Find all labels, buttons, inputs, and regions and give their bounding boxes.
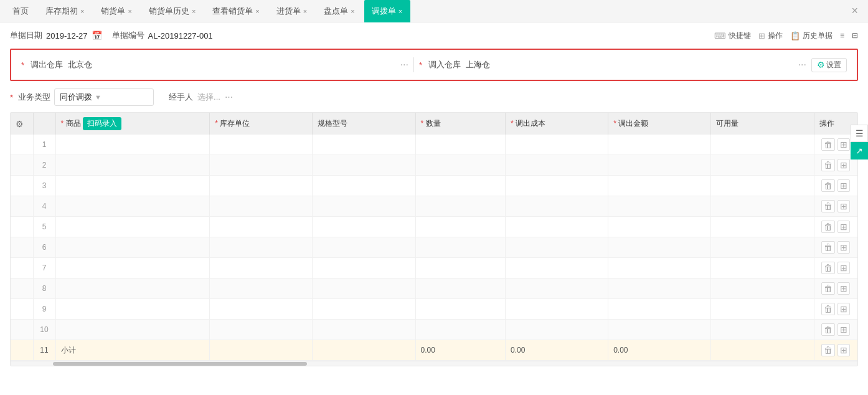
row-unit-cell[interactable] [210,196,313,217]
tab-sales-close[interactable]: × [128,7,131,15]
row-avail-cell[interactable] [711,237,814,258]
delete-row-icon[interactable]: 🗑 [821,138,835,151]
row-avail-cell[interactable] [711,217,814,237]
row-spec-cell[interactable] [313,258,415,278]
shortcuts-btn[interactable]: ⌨ 快捷键 [714,31,751,41]
warehouse-in-more[interactable]: ··· [798,59,806,70]
row-cost-cell[interactable] [506,176,608,196]
copy-row-icon[interactable]: ⊞ [837,179,850,192]
row-product-cell[interactable] [55,299,210,320]
row-cost-cell[interactable] [506,320,608,340]
tab-home[interactable]: 首页 [5,0,37,22]
row-cost-cell[interactable] [506,135,608,155]
row-unit-cell[interactable] [210,135,313,155]
copy-row-icon[interactable]: ⊞ [837,200,850,212]
row-product-cell[interactable] [55,320,210,340]
date-value[interactable]: 2019-12-27 [46,31,88,40]
row-spec-cell[interactable] [313,278,415,299]
row-qty-cell[interactable] [415,135,506,155]
tab-inventory-init[interactable]: 库存期初 × [38,0,92,22]
row-qty-cell[interactable] [415,176,506,196]
scan-btn[interactable]: 扫码录入 [83,117,121,130]
row-product-cell[interactable] [55,176,210,196]
history-btn[interactable]: 📋 历史单据 [790,31,833,41]
layout-btn1[interactable]: ≡ [840,31,844,40]
row-amount-cell[interactable] [608,258,711,278]
row-unit-cell[interactable] [210,299,313,320]
copy-row-icon[interactable]: ⊞ [837,138,850,151]
row-cost-cell[interactable] [506,217,608,237]
row-unit-cell[interactable] [210,278,313,299]
delete-row-icon[interactable]: 🗑 [821,323,835,336]
scroll-thumb[interactable] [53,362,307,366]
delete-row-icon[interactable]: 🗑 [821,221,835,233]
row-cost-cell[interactable] [506,258,608,278]
tab-transfer[interactable]: 调拨单 × [364,0,410,22]
row-unit-cell[interactable] [210,258,313,278]
row-spec-cell[interactable] [313,155,415,176]
row-product-cell[interactable] [55,217,210,237]
row-cost-cell[interactable] [506,299,608,320]
person-select[interactable]: 选择... [197,88,221,106]
calendar-icon[interactable]: 📅 [92,31,102,40]
tab-purchase[interactable]: 进货单 × [269,0,315,22]
delete-row-icon[interactable]: 🗑 [821,303,835,315]
operations-btn[interactable]: ⊞ 操作 [758,31,783,41]
row-product-cell[interactable] [55,196,210,217]
tab-purchase-close[interactable]: × [303,7,307,15]
layout-btn2[interactable]: ⊟ [852,31,858,40]
row-unit-cell[interactable] [210,217,313,237]
row-amount-cell[interactable] [608,278,711,299]
delete-row-icon[interactable]: 🗑 [821,159,835,171]
copy-row-icon[interactable]: ⊞ [837,262,850,274]
row-avail-cell[interactable] [711,196,814,217]
warehouse-in-value[interactable]: 上海仓 [466,59,490,70]
row-spec-cell[interactable] [313,135,415,155]
row-amount-cell[interactable] [608,155,711,176]
row-unit-cell[interactable] [210,155,313,176]
row-amount-cell[interactable] [608,299,711,320]
subtotal-delete-icon[interactable]: 🗑 [821,344,835,356]
tab-sales[interactable]: 销货单 × [93,0,139,22]
col-settings-header[interactable]: ⚙ [11,113,33,135]
horizontal-scrollbar[interactable] [11,361,857,366]
row-spec-cell[interactable] [313,320,415,340]
tab-inventory-check-close[interactable]: × [351,7,354,15]
subtotal-copy-icon[interactable]: ⊞ [837,344,850,356]
tab-inventory-check[interactable]: 盘点单 × [316,0,362,22]
panel-list-icon[interactable]: ☰ [851,125,868,142]
copy-row-icon[interactable]: ⊞ [837,282,850,295]
row-unit-cell[interactable] [210,320,313,340]
delete-row-icon[interactable]: 🗑 [821,241,835,254]
row-spec-cell[interactable] [313,176,415,196]
row-avail-cell[interactable] [711,135,814,155]
row-spec-cell[interactable] [313,196,415,217]
copy-row-icon[interactable]: ⊞ [837,159,850,171]
row-qty-cell[interactable] [415,278,506,299]
row-avail-cell[interactable] [711,278,814,299]
row-product-cell[interactable] [55,278,210,299]
row-avail-cell[interactable] [711,299,814,320]
tab-inventory-init-close[interactable]: × [80,7,84,15]
row-amount-cell[interactable] [608,320,711,340]
row-avail-cell[interactable] [711,176,814,196]
row-product-cell[interactable] [55,155,210,176]
tab-view-sales-close[interactable]: × [255,7,259,15]
row-cost-cell[interactable] [506,196,608,217]
copy-row-icon[interactable]: ⊞ [837,241,850,254]
delete-row-icon[interactable]: 🗑 [821,282,835,295]
row-amount-cell[interactable] [608,196,711,217]
row-amount-cell[interactable] [608,237,711,258]
row-amount-cell[interactable] [608,217,711,237]
row-qty-cell[interactable] [415,237,506,258]
row-product-cell[interactable] [55,237,210,258]
row-avail-cell[interactable] [711,155,814,176]
row-amount-cell[interactable] [608,135,711,155]
row-avail-cell[interactable] [711,320,814,340]
row-avail-cell[interactable] [711,258,814,278]
tab-sales-history[interactable]: 销货单历史 × [141,0,204,22]
row-spec-cell[interactable] [313,237,415,258]
panel-export-icon[interactable]: ↗ [851,142,868,159]
delete-row-icon[interactable]: 🗑 [821,262,835,274]
row-amount-cell[interactable] [608,176,711,196]
